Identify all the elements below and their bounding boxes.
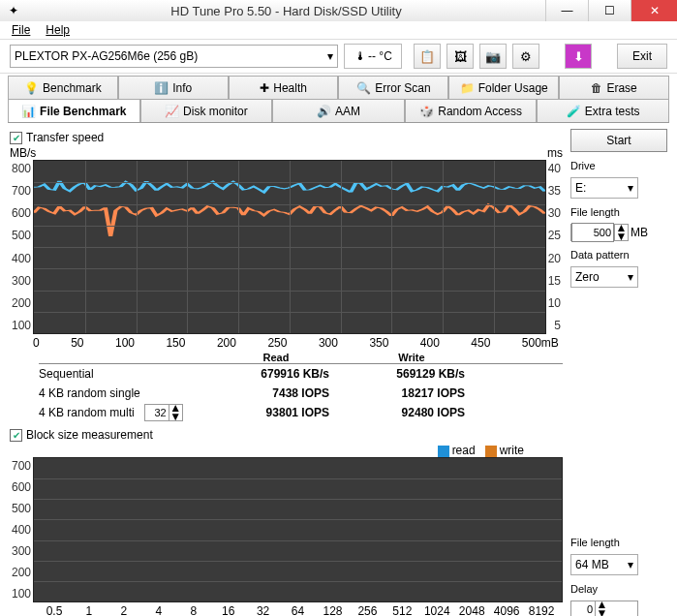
tab-folder-usage[interactable]: 📁Folder Usage [448, 76, 559, 99]
transfer-chart: 800700600500400300200100 403530252015105 [10, 160, 563, 334]
thermometer-icon: 🌡 [354, 49, 366, 63]
bar-x-axis: 0.512481632641282565121024204840968192 [10, 602, 563, 616]
options-button[interactable]: ⚙ [512, 44, 539, 69]
titlebar: ✦ HD Tune Pro 5.50 - Hard Disk/SSD Utili… [0, 0, 677, 21]
transfer-speed-checkbox[interactable]: ✔ Transfer speed [10, 131, 563, 144]
check-icon: ✔ [10, 429, 22, 442]
tab-aam[interactable]: 🔊AAM [272, 99, 405, 122]
block-size-chart [33, 457, 563, 602]
copy-screenshot-button[interactable]: 🖼 [446, 44, 474, 69]
drive-select[interactable]: PLEXTOR PX-AG256M6e (256 gB)▾ [10, 45, 338, 68]
tab-strip: 💡Benchmarkℹ️Info✚Health🔍Error Scan📁Folde… [8, 76, 669, 123]
tab-extra-tests[interactable]: 🧪Extra tests [537, 99, 669, 122]
temperature: 🌡 -- °C [344, 44, 402, 69]
menubar: File Help [0, 21, 677, 40]
delay-stepper[interactable]: ▲▼ [570, 601, 638, 616]
check-icon: ✔ [10, 132, 22, 144]
tab-health[interactable]: ✚Health [229, 76, 339, 99]
exit-button[interactable]: Exit [617, 44, 667, 69]
table-row: Sequential679916 KB/s569129 KB/s [39, 364, 563, 384]
copy-info-button[interactable]: 📋 [414, 44, 441, 69]
tab-erase[interactable]: 🗑Erase [559, 76, 669, 99]
save-button[interactable]: ⬇ [565, 44, 592, 69]
menu-help[interactable]: Help [42, 21, 74, 39]
delay-label: Delay [570, 583, 667, 595]
bar-legend: read write [10, 444, 563, 457]
drive-label: Drive [570, 160, 667, 171]
chevron-down-icon: ▾ [327, 49, 333, 63]
table-row: 4 KB random single7438 IOPS18217 IOPS [39, 384, 563, 403]
block-size-checkbox[interactable]: ✔ Block size measurement [10, 428, 563, 442]
results-table: ReadWrite Sequential679916 KB/s569129 KB… [39, 352, 563, 422]
window-title: HD Tune Pro 5.50 - Hard Disk/SSD Utility [27, 4, 545, 18]
file-length2-label: File length [570, 537, 667, 548]
tab-file-benchmark[interactable]: 📊File Benchmark [8, 99, 140, 122]
file-length-stepper[interactable]: ▲▼ [570, 224, 629, 241]
tab-error-scan[interactable]: 🔍Error Scan [338, 76, 448, 99]
close-button[interactable]: ✕ [631, 0, 677, 21]
screenshot-button[interactable]: 📷 [479, 44, 507, 69]
app-icon: ✦ [0, 4, 27, 17]
table-row: 4 KB random multi ▲▼93801 IOPS92480 IOPS [39, 403, 563, 422]
data-pattern-select[interactable]: Zero▾ [570, 266, 638, 288]
tab-random-access[interactable]: 🎲Random Access [405, 99, 538, 122]
maximize-button[interactable]: ☐ [588, 0, 631, 21]
menu-file[interactable]: File [8, 21, 34, 39]
data-pattern-label: Data pattern [570, 249, 667, 261]
y-axis-left-label: MB/s [10, 146, 35, 160]
file-length2-select[interactable]: 64 MB▾ [570, 554, 638, 575]
drive-letter-select[interactable]: E:▾ [570, 177, 638, 199]
tab-disk-monitor[interactable]: 📈Disk monitor [140, 99, 273, 122]
start-button[interactable]: Start [570, 129, 667, 152]
file-length-label: File length [570, 206, 667, 218]
minimize-button[interactable]: — [545, 0, 588, 21]
threads-stepper[interactable]: ▲▼ [144, 404, 183, 421]
tab-benchmark[interactable]: 💡Benchmark [8, 76, 118, 99]
tab-info[interactable]: ℹ️Info [118, 76, 229, 99]
y-axis-right-label: ms [547, 146, 563, 160]
toolbar: PLEXTOR PX-AG256M6e (256 gB)▾ 🌡 -- °C 📋 … [0, 40, 677, 74]
x-axis: 050100150200250300350400450500mB [10, 334, 563, 350]
